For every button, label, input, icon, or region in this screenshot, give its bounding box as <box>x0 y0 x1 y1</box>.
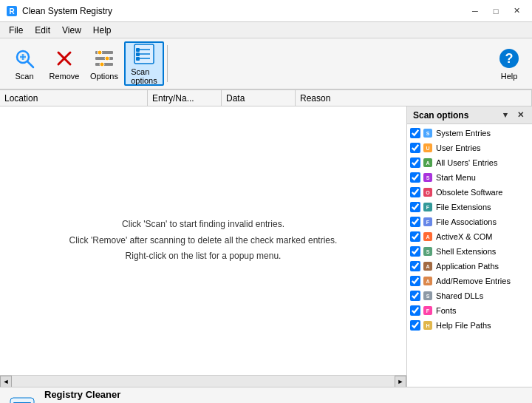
application-paths-icon: A <box>422 260 434 272</box>
svg-text:S: S <box>426 249 430 254</box>
activex-com-icon: A <box>422 231 434 243</box>
scan-options-panel-title: Scan options <box>413 110 468 121</box>
scan-option-label: File Associations <box>436 217 497 226</box>
scan-option-item[interactable]: A Add/Remove Entries <box>407 274 532 288</box>
scan-option-label: File Extensions <box>436 203 491 211</box>
scan-options-collapse-button[interactable]: ▾ <box>499 109 511 121</box>
scan-option-checkbox[interactable] <box>410 187 420 197</box>
file-associations-icon: F <box>422 216 434 228</box>
horizontal-scrollbar[interactable]: ◄ ► <box>0 375 406 387</box>
scan-option-checkbox[interactable] <box>410 202 420 212</box>
scan-option-checkbox[interactable] <box>410 217 420 227</box>
scan-option-label: Obsolete Software <box>436 188 503 197</box>
scan-option-label: ActiveX & COM <box>436 232 492 241</box>
scroll-track[interactable] <box>12 376 395 387</box>
svg-text:S: S <box>426 175 430 180</box>
scan-option-checkbox[interactable] <box>410 172 420 183</box>
scan-icon <box>13 47 36 70</box>
scan-option-checkbox[interactable] <box>410 320 420 331</box>
scan-options-close-button[interactable]: ✕ <box>514 109 526 121</box>
scan-option-item[interactable]: O Obsolete Software <box>407 185 532 200</box>
scan-option-item[interactable]: S System Entries <box>407 126 532 140</box>
scan-option-item[interactable]: H Help File Paths <box>407 318 532 333</box>
scan-options-icon <box>132 42 156 66</box>
scan-option-label: Application Paths <box>436 262 499 271</box>
scan-option-checkbox[interactable] <box>410 305 420 316</box>
help-label: Help <box>501 72 518 81</box>
scan-option-checkbox[interactable] <box>410 143 420 153</box>
scan-option-item[interactable]: A Application Paths <box>407 259 532 274</box>
fonts-icon: F <box>422 305 434 316</box>
col-data: Data <box>222 90 296 106</box>
list-area: Click 'Scan' to start finding invalid en… <box>0 106 406 375</box>
menu-item-edit[interactable]: Edit <box>29 22 56 38</box>
scan-option-item[interactable]: A All Users' Entries <box>407 155 532 170</box>
empty-text-line3: Right-click on the list for a popup menu… <box>126 248 282 265</box>
user-entries-icon: U <box>422 142 434 154</box>
close-button[interactable]: ✕ <box>507 3 526 19</box>
remove-icon <box>52 47 76 70</box>
col-entry: Entry/Na... <box>148 90 222 106</box>
minimize-button[interactable]: ─ <box>466 3 485 19</box>
col-location: Location <box>0 90 148 106</box>
restore-button[interactable]: □ <box>486 3 505 19</box>
info-text: Registry Cleaner Corrects errors in the … <box>44 387 229 403</box>
scan-option-label: Fonts <box>436 306 457 315</box>
scan-button[interactable]: Scan <box>4 41 44 86</box>
scan-option-checkbox[interactable] <box>410 291 420 301</box>
window-controls: ─ □ ✕ <box>466 3 526 19</box>
app-icon: R <box>6 5 18 17</box>
scan-option-item[interactable]: S Shell Extensions <box>407 244 532 259</box>
scan-option-checkbox[interactable] <box>410 246 420 257</box>
menu-item-help[interactable]: Help <box>87 22 117 38</box>
scan-option-item[interactable]: F File Extensions <box>407 200 532 214</box>
svg-text:H: H <box>426 323 429 328</box>
remove-button[interactable]: Remove <box>44 41 84 86</box>
list-with-panel: Click 'Scan' to start finding invalid en… <box>0 106 532 387</box>
scan-label: Scan <box>15 72 33 81</box>
menu-item-file[interactable]: File <box>3 22 29 38</box>
scan-options-button[interactable]: Scanoptions <box>124 41 164 86</box>
scroll-left-button[interactable]: ◄ <box>0 376 12 387</box>
scan-option-item[interactable]: A ActiveX & COM <box>407 229 532 244</box>
content-wrapper: Location Entry/Na... Data Reason Click '… <box>0 90 532 387</box>
svg-text:?: ? <box>505 51 514 66</box>
registry-cleaner-icon: R <box>7 395 37 404</box>
svg-rect-20 <box>136 53 140 56</box>
scroll-right-button[interactable]: ► <box>395 376 406 387</box>
menu-item-view[interactable]: View <box>56 22 87 38</box>
scan-option-checkbox[interactable] <box>410 276 420 286</box>
options-icon <box>92 47 116 70</box>
svg-point-12 <box>98 50 102 55</box>
scan-option-item[interactable]: F Fonts <box>407 303 532 318</box>
help-button[interactable]: ? Help <box>491 41 528 86</box>
info-title: Registry Cleaner <box>44 387 229 403</box>
svg-text:F: F <box>426 220 430 225</box>
left-panel: Click 'Scan' to start finding invalid en… <box>0 106 406 387</box>
scan-option-checkbox[interactable] <box>410 128 420 138</box>
scan-option-item[interactable]: U User Entries <box>407 140 532 155</box>
options-label: Options <box>90 72 118 81</box>
scan-option-label: Add/Remove Entries <box>436 277 511 285</box>
obsolete-software-icon: O <box>422 186 434 198</box>
scan-option-item[interactable]: S Shared DLLs <box>407 288 532 303</box>
scan-option-label: Shell Extensions <box>436 247 496 256</box>
svg-text:A: A <box>426 160 429 166</box>
svg-point-14 <box>100 62 104 67</box>
all-users-entries-icon: A <box>422 157 434 169</box>
svg-text:A: A <box>426 234 429 240</box>
options-button[interactable]: Options <box>84 41 124 86</box>
system-entries-icon: S <box>422 127 434 139</box>
scan-option-item[interactable]: F File Associations <box>407 214 532 229</box>
scan-option-checkbox[interactable] <box>410 261 420 271</box>
svg-text:U: U <box>426 146 429 151</box>
svg-text:R: R <box>9 7 15 16</box>
scan-option-checkbox[interactable] <box>410 231 420 242</box>
help-icon: ? <box>497 47 521 72</box>
scan-option-checkbox[interactable] <box>410 158 420 168</box>
info-bar: R Registry Cleaner Corrects errors in th… <box>0 387 532 403</box>
col-reason: Reason <box>296 90 532 106</box>
svg-text:O: O <box>426 190 430 195</box>
scan-option-item[interactable]: S Start Menu <box>407 170 532 185</box>
shell-extensions-icon: S <box>422 245 434 257</box>
